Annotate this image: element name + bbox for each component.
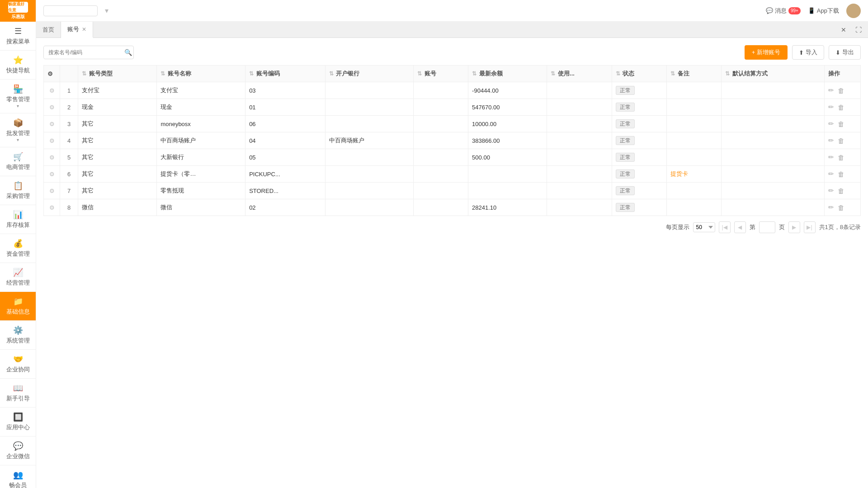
delete-icon[interactable]: 🗑 xyxy=(838,204,844,211)
sidebar-item-system-mgmt[interactable]: ⚙️ 系统管理 xyxy=(0,321,36,350)
col-header-remark[interactable]: ⇅ 备注 xyxy=(667,66,722,82)
sidebar-item-wholesale-mgmt[interactable]: 📦 批发管理 ▾ xyxy=(0,113,36,147)
per-page-label: 每页显示 xyxy=(666,223,689,231)
edit-icon[interactable]: ✏ xyxy=(828,170,834,178)
sidebar-item-capital-mgmt[interactable]: 💰 资金管理 xyxy=(0,234,36,263)
cell-action: ✏ 🗑 xyxy=(825,116,861,132)
edit-icon[interactable]: ✏ xyxy=(828,136,834,145)
sidebar-item-label: 资金管理 xyxy=(6,250,30,258)
sidebar-item-ecommerce-mgmt[interactable]: 🛒 电商管理 xyxy=(0,147,36,176)
subtitle-text: 乐惠版 xyxy=(11,14,25,20)
cell-name: 现金 xyxy=(157,99,245,116)
edit-icon[interactable]: ✏ xyxy=(828,203,834,211)
delete-icon[interactable]: 🗑 xyxy=(838,87,844,94)
message-badge: 99+ xyxy=(788,7,801,14)
dropdown-icon[interactable]: ▾ xyxy=(105,6,108,15)
cell-num: 7 xyxy=(60,183,78,199)
sidebar-item-label: 应用中心 xyxy=(6,423,30,432)
sidebar-item-label: 库存核算 xyxy=(6,221,30,229)
edit-icon[interactable]: ✏ xyxy=(828,153,834,161)
col-header-settings[interactable]: ⚙ xyxy=(44,66,60,82)
col-header-type[interactable]: ⇅ 账号类型 xyxy=(78,66,157,82)
page-input[interactable]: 1 xyxy=(759,221,775,233)
cell-usage xyxy=(547,149,612,166)
close-icon[interactable]: ✕ xyxy=(82,26,86,33)
last-page-btn[interactable]: ▶| xyxy=(804,221,816,233)
top-header: ▾ 💬 消息 99+ 📱 App下载 xyxy=(36,0,868,22)
enterprise-wechat-icon: 💬 xyxy=(13,441,23,451)
cell-usage xyxy=(547,183,612,199)
sidebar-item-app-center[interactable]: 🔲 应用中心 xyxy=(0,408,36,436)
sidebar-item-purchase-mgmt[interactable]: 📋 采购管理 xyxy=(0,176,36,205)
avatar[interactable] xyxy=(846,4,861,18)
cell-bank: 中百商场账户 xyxy=(325,132,414,149)
sidebar-item-operations-mgmt[interactable]: 📈 经营管理 xyxy=(0,263,36,292)
search-button[interactable]: 🔍 xyxy=(121,46,134,59)
sidebar-item-member[interactable]: 👥 畅会员 xyxy=(0,465,36,488)
tab-bar: 首页 账号 ✕ ✕ ⛶ xyxy=(36,22,868,38)
search-input[interactable] xyxy=(44,47,121,58)
sidebar-item-label: 系统管理 xyxy=(6,337,30,345)
sidebar-item-enterprise-wechat[interactable]: 💬 企业微信 xyxy=(0,436,36,465)
cell-status: 正常 xyxy=(612,132,667,149)
col-header-code[interactable]: ⇅ 账号编码 xyxy=(245,66,325,82)
col-header-balance[interactable]: ⇅ 最新余额 xyxy=(468,66,547,82)
maximize-tab-btn[interactable]: ⛶ xyxy=(853,25,864,34)
cell-remark xyxy=(667,183,722,199)
sidebar-item-new-guide[interactable]: 📖 新手引导 xyxy=(0,379,36,408)
cell-balance: 28241.10 xyxy=(468,199,547,216)
edit-icon[interactable]: ✏ xyxy=(828,187,834,195)
cell-default-settle xyxy=(721,82,824,99)
col-header-account[interactable]: ⇅ 账号 xyxy=(414,66,468,82)
delete-icon[interactable]: 🗑 xyxy=(838,154,844,161)
delete-icon[interactable]: 🗑 xyxy=(838,187,844,195)
total-info: 共1页，8条记录 xyxy=(819,223,861,231)
next-page-btn[interactable]: ▶ xyxy=(788,221,800,233)
sidebar-item-inventory-check[interactable]: 📊 库存核算 xyxy=(0,205,36,234)
sidebar-item-quick-nav[interactable]: ⭐ 快捷导航 xyxy=(0,51,36,80)
first-page-btn[interactable]: |◀ xyxy=(719,221,731,233)
sidebar-item-basic-info[interactable]: 📁 基础信息 xyxy=(0,292,36,321)
minimize-tab-btn[interactable]: ✕ xyxy=(838,25,849,34)
app-download-btn[interactable]: 📱 App下载 xyxy=(808,7,839,15)
message-btn[interactable]: 💬 消息 99+ xyxy=(766,7,801,15)
col-header-default-settle[interactable]: ⇅ 默认结算方式 xyxy=(721,66,824,82)
cell-num: 3 xyxy=(60,116,78,132)
toolbar: 🔍 + 新增账号 ⬆ 导入 ⬇ 导出 xyxy=(43,45,861,60)
logo-text: 畅捷通好生意 xyxy=(8,1,28,13)
cell-name: 中百商场账户 xyxy=(157,132,245,149)
sidebar-item-retail-mgmt[interactable]: 🏪 零售管理 ▾ xyxy=(0,80,36,113)
sidebar: 畅捷通好生意 乐惠版 ☰ 搜索菜单 ⭐ 快捷导航 🏪 零售管理 ▾ 📦 批发管理… xyxy=(0,0,36,488)
operations-mgmt-icon: 📈 xyxy=(13,267,23,277)
cell-usage xyxy=(547,99,612,116)
cell-account xyxy=(414,99,468,116)
sidebar-item-label: 新手引导 xyxy=(6,394,30,403)
prev-page-btn[interactable]: ◀ xyxy=(734,221,746,233)
tab-home[interactable]: 首页 xyxy=(36,22,61,38)
cell-usage xyxy=(547,116,612,132)
import-button[interactable]: ⬆ 导入 xyxy=(792,45,824,60)
edit-icon[interactable]: ✏ xyxy=(828,103,834,111)
add-account-button[interactable]: + 新增账号 xyxy=(745,45,788,60)
cell-account xyxy=(414,166,468,183)
delete-icon[interactable]: 🗑 xyxy=(838,103,844,111)
edit-icon[interactable]: ✏ xyxy=(828,120,834,128)
delete-icon[interactable]: 🗑 xyxy=(838,137,844,145)
edit-icon[interactable]: ✏ xyxy=(828,86,834,94)
delete-icon[interactable]: 🗑 xyxy=(838,170,844,178)
sidebar-item-enterprise-agreement[interactable]: 🤝 企业协同 xyxy=(0,350,36,379)
per-page-select[interactable]: 50 100 xyxy=(693,222,715,232)
sort-icon: ⇅ xyxy=(670,70,675,77)
col-header-status[interactable]: ⇅ 状态 xyxy=(612,66,667,82)
sort-icon: ⇅ xyxy=(472,70,476,77)
tab-account[interactable]: 账号 ✕ xyxy=(61,22,93,38)
top-search-input[interactable] xyxy=(43,5,98,16)
delete-icon[interactable]: 🗑 xyxy=(838,120,844,128)
export-button[interactable]: ⬇ 导出 xyxy=(829,45,861,60)
col-header-bank[interactable]: ⇅ 开户银行 xyxy=(325,66,414,82)
col-header-usage[interactable]: ⇅ 使用... xyxy=(547,66,612,82)
col-header-name[interactable]: ⇅ 账号名称 xyxy=(157,66,245,82)
sidebar-item-search-menu[interactable]: ☰ 搜索菜单 xyxy=(0,22,36,51)
wholesale-mgmt-icon: 📦 xyxy=(13,118,23,128)
cell-code: 06 xyxy=(245,116,325,132)
